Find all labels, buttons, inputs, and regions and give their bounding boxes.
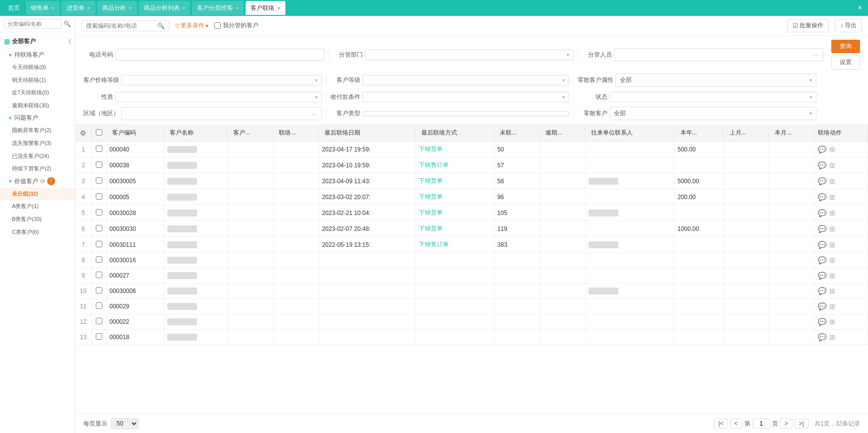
row-checkbox[interactable]: [96, 177, 102, 184]
more-action-icon[interactable]: ⊞: [829, 177, 835, 185]
last-method-link[interactable]: 下销货单: [419, 209, 443, 216]
settings-icon[interactable]: ⚙: [80, 129, 86, 137]
search-icon[interactable]: 🔍: [64, 20, 71, 27]
row-checkbox[interactable]: [96, 333, 102, 340]
contact-icon[interactable]: 💬: [818, 145, 826, 153]
close-icon[interactable]: ×: [277, 5, 280, 11]
close-icon[interactable]: ×: [129, 5, 132, 11]
sidebar-item-overdue-pending[interactable]: 逾期未联络(30): [0, 99, 75, 112]
retail-cust-select[interactable]: 全部 ▾: [609, 107, 816, 120]
contact-icon[interactable]: 💬: [818, 272, 826, 280]
contact-icon[interactable]: 💬: [818, 333, 826, 341]
search-input[interactable]: [86, 22, 155, 29]
last-method-link[interactable]: 下销货单: [419, 145, 443, 152]
status-select[interactable]: ▾: [609, 92, 816, 102]
last-method-link[interactable]: 下销货单: [419, 177, 443, 184]
sidebar-item-group-b[interactable]: B类客户(33): [0, 213, 75, 226]
level-select[interactable]: ▾: [362, 75, 569, 85]
more-action-icon[interactable]: ⊞: [829, 145, 835, 153]
dots-icon[interactable]: ···: [312, 110, 318, 118]
more-action-icon[interactable]: ⊞: [829, 241, 835, 249]
contact-icon[interactable]: 💬: [818, 241, 826, 249]
close-icon[interactable]: ×: [87, 5, 90, 11]
refresh-icon[interactable]: ⟳: [40, 178, 45, 185]
price-select[interactable]: ▾: [121, 75, 322, 85]
more-action-icon[interactable]: ⊞: [829, 287, 835, 295]
page-size-select[interactable]: 50 100 200: [111, 418, 138, 429]
tab-analysis-list[interactable]: 商品分析列表 ×: [139, 1, 191, 15]
row-checkbox[interactable]: [96, 193, 102, 200]
row-checkbox[interactable]: [96, 256, 102, 263]
page-number-input[interactable]: [752, 419, 770, 429]
sidebar-item-group-a[interactable]: A类客户(1): [0, 200, 75, 213]
contact-icon[interactable]: 💬: [818, 209, 826, 217]
sidebar-item-lost[interactable]: 已流失客户(24): [0, 150, 75, 163]
row-checkbox[interactable]: [96, 241, 102, 247]
more-action-icon[interactable]: ⊞: [829, 272, 835, 280]
dots-icon[interactable]: ···: [813, 51, 819, 59]
contact-icon[interactable]: 💬: [818, 225, 826, 233]
row-checkbox[interactable]: [96, 302, 102, 309]
dept-select[interactable]: ▾: [365, 50, 574, 60]
more-conditions-button[interactable]: ▽ 更多条件 ▾: [175, 21, 208, 30]
sidebar-all-customers[interactable]: ⊞ 全部客户 《: [0, 34, 75, 49]
sidebar-item-group-c[interactable]: C类客户(6): [0, 226, 75, 239]
pay-select[interactable]: ▾: [362, 92, 569, 102]
phone-input[interactable]: [115, 49, 325, 61]
sidebar-group-value[interactable]: ▼ 价值客户 ⟳ !: [0, 175, 75, 188]
tab-customer-segment[interactable]: 客户分层经客 ×: [192, 1, 244, 15]
row-checkbox[interactable]: [96, 287, 102, 293]
row-checkbox[interactable]: [96, 209, 102, 216]
next-page-button[interactable]: >: [780, 419, 793, 429]
tab-analysis[interactable]: 商品分析 ×: [97, 1, 137, 15]
my-customers-checkbox[interactable]: [214, 22, 221, 29]
export-button[interactable]: ↑ 导出: [835, 19, 862, 32]
region-select[interactable]: ···: [121, 107, 322, 120]
prev-page-button[interactable]: <: [730, 419, 742, 429]
contact-icon[interactable]: 💬: [818, 318, 826, 326]
more-action-icon[interactable]: ⊞: [829, 161, 835, 169]
sidebar-item-week7-pending[interactable]: 近7天待联络(0): [0, 86, 75, 99]
more-action-icon[interactable]: ⊞: [829, 209, 835, 217]
row-checkbox[interactable]: [96, 145, 102, 152]
more-action-icon[interactable]: ⊞: [829, 256, 835, 264]
col-settings[interactable]: ⚙: [75, 125, 91, 142]
sidebar-search-input[interactable]: [4, 19, 62, 29]
row-checkbox[interactable]: [96, 272, 102, 278]
select-all-checkbox[interactable]: [96, 129, 102, 136]
cust-type-select[interactable]: [362, 111, 569, 116]
batch-ops-button[interactable]: ☑ 批量操作: [787, 19, 829, 32]
search-icon[interactable]: 🔍: [157, 22, 165, 29]
tab-purchase[interactable]: 进货单 ×: [62, 1, 95, 15]
staff-select[interactable]: ···: [614, 48, 823, 61]
reset-button[interactable]: 设置: [831, 55, 860, 70]
close-icon[interactable]: ×: [183, 5, 186, 11]
last-method-link[interactable]: 下销售订单: [419, 161, 449, 168]
sidebar-group-pending[interactable]: ▼ 待联络客户: [0, 49, 75, 61]
close-all-button[interactable]: ×: [856, 3, 864, 12]
sidebar-item-today-pending[interactable]: 今天待联络(0): [0, 61, 75, 74]
prop-select[interactable]: ▾: [115, 92, 322, 102]
tab-customer-contact[interactable]: 客户联络 ×: [246, 1, 285, 15]
query-button[interactable]: 查询: [831, 40, 860, 53]
close-icon[interactable]: ×: [52, 5, 55, 11]
contact-icon[interactable]: 💬: [818, 302, 826, 310]
last-page-button[interactable]: >|: [795, 419, 808, 429]
sidebar-group-problem[interactable]: ▼ 问题客户: [0, 112, 75, 124]
sidebar-item-abnormal[interactable]: 囤购异常客户(2): [0, 124, 75, 137]
more-action-icon[interactable]: ⊞: [829, 318, 835, 326]
sidebar-item-lost-pred[interactable]: 流失预警客户(3): [0, 137, 75, 150]
row-checkbox[interactable]: [96, 161, 102, 168]
contact-icon[interactable]: 💬: [818, 193, 826, 201]
nav-home[interactable]: 首页: [4, 4, 24, 12]
contact-icon[interactable]: 💬: [818, 256, 826, 264]
more-action-icon[interactable]: ⊞: [829, 225, 835, 233]
last-method-link[interactable]: 下销售订单: [419, 241, 449, 248]
retail-attr-select[interactable]: 全部 ▾: [615, 73, 816, 87]
sidebar-item-tomorrow-pending[interactable]: 明天待联络(1): [0, 74, 75, 87]
last-method-link[interactable]: 下销货单: [419, 193, 443, 200]
row-checkbox[interactable]: [96, 318, 102, 324]
contact-icon[interactable]: 💬: [818, 161, 826, 169]
collapse-icon[interactable]: 《: [66, 38, 71, 45]
row-checkbox[interactable]: [96, 225, 102, 231]
